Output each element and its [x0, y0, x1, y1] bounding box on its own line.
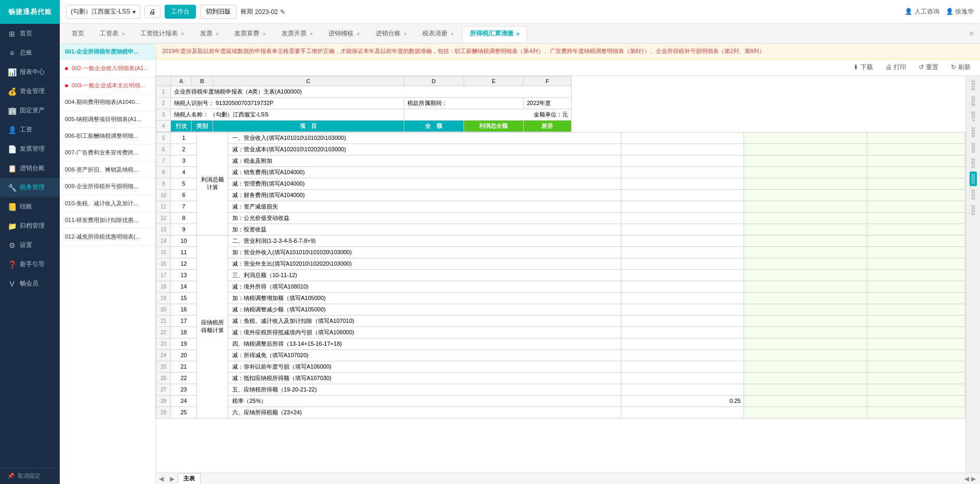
list-item-007[interactable]: 007-广告费和业务宣传费跨...: [60, 145, 155, 161]
tab-tax-table-close[interactable]: ×: [451, 31, 454, 37]
profit-cell[interactable]: [744, 178, 867, 189]
profit-cell[interactable]: [744, 349, 867, 361]
profit-cell[interactable]: [744, 315, 867, 326]
tab-purchase-audit-close[interactable]: ×: [356, 31, 360, 37]
amount-cell[interactable]: [621, 269, 744, 281]
profit-cell[interactable]: [744, 407, 867, 418]
list-item-011[interactable]: 011-研发费用加计扣除优惠...: [60, 212, 155, 229]
tab-salary-stats[interactable]: 工资统计报表 ×: [133, 26, 192, 42]
sidebar-item-settings[interactable]: ⚙ 设置: [0, 236, 60, 255]
tab-invoice-open-close[interactable]: ×: [310, 31, 313, 37]
list-item-009[interactable]: 009-企业所得税补亏损明细...: [60, 178, 155, 195]
tab-invoice-close[interactable]: ×: [216, 31, 219, 37]
refresh-button[interactable]: ↻ 刷新: [948, 61, 974, 73]
scroll-right-icon[interactable]: ▶: [971, 475, 976, 482]
tab-salary-stats-close[interactable]: ×: [181, 31, 184, 37]
amount-cell[interactable]: [621, 235, 744, 246]
diff-cell[interactable]: [867, 326, 965, 338]
nav-arrow-left[interactable]: ◀: [156, 475, 167, 482]
profit-cell[interactable]: [744, 258, 867, 269]
profit-cell[interactable]: [744, 143, 867, 155]
amount-cell[interactable]: [621, 258, 744, 269]
list-item-006[interactable]: 006-职工薪酬纳税调整明细...: [60, 128, 155, 145]
sidebar-item-assets[interactable]: 🏢 固定资产: [0, 101, 60, 120]
list-item-003[interactable]: 003-一般企业成本支出明细...: [60, 77, 155, 94]
amount-cell[interactable]: [621, 292, 744, 304]
profit-cell[interactable]: [744, 166, 867, 178]
timeline-2016[interactable]: 2016: [970, 94, 977, 108]
list-item-001[interactable]: 001-企业所得税年度纳税申...: [60, 44, 155, 60]
amount-cell[interactable]: [621, 143, 744, 155]
diff-cell[interactable]: [867, 338, 965, 349]
amount-cell[interactable]: [621, 315, 744, 326]
download-button[interactable]: ⬇ 下载: [850, 61, 876, 73]
amount-cell[interactable]: [621, 155, 744, 166]
scroll-left-icon[interactable]: ◀: [964, 475, 969, 482]
amount-cell[interactable]: [621, 407, 744, 418]
amount-cell[interactable]: [621, 372, 744, 384]
nav-arrow-right[interactable]: ▶: [167, 475, 178, 482]
sidebar-item-home[interactable]: ⊞ 首页: [0, 24, 60, 43]
timeline-2018[interactable]: 2018: [970, 125, 977, 139]
sheet-area[interactable]: A B C D E F 1: [156, 76, 965, 473]
profit-cell[interactable]: [744, 189, 867, 201]
timeline-2024[interactable]: 2024: [970, 203, 977, 217]
diff-cell[interactable]: [867, 281, 965, 292]
profit-cell[interactable]: [744, 372, 867, 384]
profit-cell[interactable]: [744, 338, 867, 349]
tab-income-tax-close[interactable]: ×: [517, 31, 520, 37]
diff-cell[interactable]: [867, 395, 965, 407]
diff-cell[interactable]: [867, 132, 965, 143]
sidebar-item-purchase-sales[interactable]: 📋 进销台账: [0, 159, 60, 178]
diff-cell[interactable]: [867, 201, 965, 212]
profit-cell[interactable]: [744, 269, 867, 281]
sidebar-item-ledger[interactable]: ≡ 总账: [0, 43, 60, 62]
timeline-2022[interactable]: 2022: [970, 172, 977, 186]
list-item-008[interactable]: 008-资产折旧、摊销及纳税...: [60, 162, 155, 178]
diff-cell[interactable]: [867, 315, 965, 326]
amount-cell[interactable]: [621, 132, 744, 143]
profit-cell[interactable]: [744, 212, 867, 224]
diff-cell[interactable]: [867, 407, 965, 418]
sidebar-item-guide[interactable]: ❓ 新手引导: [0, 255, 60, 274]
profit-cell[interactable]: [744, 384, 867, 395]
amount-cell[interactable]: [621, 281, 744, 292]
diff-cell[interactable]: [867, 269, 965, 281]
timeline-2023[interactable]: 2023: [970, 187, 977, 202]
tab-purchase-ledger[interactable]: 进销台账 ×: [368, 26, 415, 42]
sidebar-item-salary[interactable]: 👤 工资: [0, 120, 60, 139]
profit-cell[interactable]: [744, 292, 867, 304]
amount-cell[interactable]: [621, 224, 744, 235]
amount-cell[interactable]: [621, 338, 744, 349]
diff-cell[interactable]: [867, 246, 965, 258]
switch-old-button[interactable]: 切到旧版: [200, 5, 236, 19]
amount-cell[interactable]: [621, 361, 744, 372]
profit-cell[interactable]: [744, 224, 867, 235]
tab-home[interactable]: 首页: [64, 26, 92, 42]
timeline-2017[interactable]: 2017: [970, 109, 977, 124]
amount-cell[interactable]: [621, 246, 744, 258]
list-item-012[interactable]: 012-减免所得税优惠明细表(...: [60, 229, 155, 245]
workbench-button[interactable]: 工作台: [165, 5, 196, 19]
list-item-002[interactable]: 002-一般企业收入明细表(A1...: [60, 60, 155, 77]
amount-cell[interactable]: [621, 178, 744, 189]
diff-cell[interactable]: [867, 189, 965, 201]
diff-cell[interactable]: [867, 372, 965, 384]
timeline-2019[interactable]: 2019: [970, 78, 977, 93]
profit-cell[interactable]: [744, 304, 867, 315]
profit-cell[interactable]: [744, 246, 867, 258]
tab-invoice-open[interactable]: 发票开票 ×: [274, 26, 321, 42]
sheet-tab-main[interactable]: 主表: [178, 473, 201, 484]
profit-cell[interactable]: [744, 235, 867, 246]
diff-cell[interactable]: [867, 304, 965, 315]
profit-cell[interactable]: [744, 326, 867, 338]
sidebar-item-reports[interactable]: 📊 报表中心: [0, 62, 60, 82]
sidebar-item-archive[interactable]: 📁 归档管理: [0, 216, 60, 236]
profit-cell[interactable]: [744, 132, 867, 143]
diff-cell[interactable]: [867, 178, 965, 189]
amount-cell[interactable]: [621, 304, 744, 315]
amount-cell[interactable]: 0.25: [621, 395, 744, 407]
tab-invoice[interactable]: 发票 ×: [192, 26, 227, 42]
list-item-005[interactable]: 005-纳税调整项目明细表(A1...: [60, 111, 155, 128]
sidebar-item-closing[interactable]: 📒 结账: [0, 197, 60, 216]
